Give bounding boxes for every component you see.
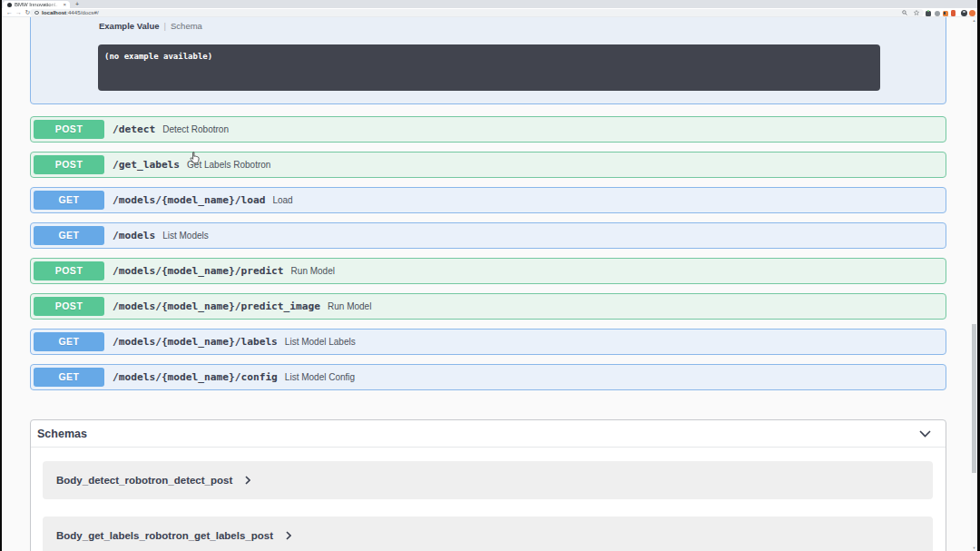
extension-icon-1[interactable] [926, 11, 931, 16]
method-badge: GET [34, 226, 104, 245]
zoom-icon[interactable] [902, 10, 907, 17]
scroll-up-icon[interactable]: ▲ [971, 18, 977, 23]
endpoint-summary: List Model Config [285, 372, 355, 382]
tab-separator: | [164, 21, 166, 31]
endpoint-path: /models/{model_name}/load [113, 194, 265, 206]
endpoint-model-predict-image[interactable]: POST /models/{model_name}/predict_image … [30, 293, 946, 320]
profile-avatar[interactable] [961, 10, 967, 16]
method-badge: POST [34, 155, 104, 174]
endpoint-path: /models [113, 230, 155, 241]
open-operation-block: Example Value|Schema (no example availab… [30, 17, 946, 104]
browser-tab[interactable]: BMW InnovationLab con × [3, 1, 70, 8]
chevron-right-icon [286, 531, 291, 540]
endpoint-path: /detect [113, 123, 155, 135]
schemas-section: Schemas Body_detect_robotron_detect_post… [30, 419, 946, 551]
tab-favicon-icon [7, 3, 12, 7]
operations-list: POST /detect Detect Robotron POST /get_l… [30, 116, 946, 390]
site-info-icon[interactable] [34, 11, 39, 15]
endpoint-summary: Run Model [291, 266, 335, 276]
endpoint-get-labels[interactable]: POST /get_labels Get Labels Robotron [30, 152, 946, 178]
bookmark-star-icon[interactable] [914, 10, 919, 17]
screen: BMW InnovationLab con × + ← → ↻ localhos… [0, 0, 980, 551]
tab-title: BMW InnovationLab con [15, 2, 58, 8]
swagger-page: Example Value|Schema (no example availab… [30, 17, 946, 551]
endpoint-model-config[interactable]: GET /models/{model_name}/config List Mod… [30, 364, 946, 390]
endpoint-summary: Run Model [328, 301, 371, 311]
tab-example-value[interactable]: Example Value [99, 21, 160, 31]
schemas-title: Schemas [37, 428, 919, 440]
new-tab-button[interactable]: + [75, 1, 79, 8]
scroll-down-icon[interactable]: ▼ [971, 546, 977, 550]
endpoint-path: /get_labels [113, 159, 180, 171]
browser-toolbar: ← → ↻ localhost:4445/docs#/ [2, 8, 977, 17]
endpoint-summary: Load [272, 195, 292, 205]
url-text: localhost:4445/docs#/ [42, 9, 99, 16]
chevron-down-icon [919, 430, 931, 438]
endpoint-summary: List Model Labels [285, 337, 356, 347]
endpoint-model-labels[interactable]: GET /models/{model_name}/labels List Mod… [30, 329, 946, 355]
endpoint-path: /models/{model_name}/labels [113, 336, 278, 348]
endpoint-model-load[interactable]: GET /models/{model_name}/load Load [30, 187, 946, 213]
tab-close-icon[interactable]: × [63, 2, 66, 8]
method-badge: POST [34, 297, 104, 316]
extension-icon-4[interactable] [951, 10, 956, 16]
schema-model-detect[interactable]: Body_detect_robotron_detect_post [43, 461, 933, 499]
endpoint-models[interactable]: GET /models List Models [30, 222, 946, 249]
endpoint-model-predict[interactable]: POST /models/{model_name}/predict Run Mo… [30, 258, 946, 284]
example-tabs: Example Value|Schema [99, 21, 202, 31]
scrollbar-thumb[interactable] [972, 324, 976, 473]
extension-icon-3[interactable] [943, 11, 948, 16]
method-badge: POST [34, 261, 104, 280]
mouse-cursor [189, 152, 201, 165]
browser-menu-button[interactable] [969, 10, 975, 16]
address-bar[interactable]: localhost:4445/docs#/ [30, 9, 924, 16]
endpoint-path: /models/{model_name}/predict [113, 265, 284, 277]
tab-strip: BMW InnovationLab con × + [2, 0, 977, 8]
schema-model-title: Body_detect_robotron_detect_post [56, 475, 232, 486]
schema-model-title: Body_get_labels_robotron_get_labels_post [56, 530, 273, 541]
method-badge: GET [34, 332, 104, 351]
back-icon[interactable]: ← [5, 8, 14, 17]
chevron-right-icon [245, 476, 250, 485]
url-host: localhost [42, 9, 66, 15]
endpoint-detect[interactable]: POST /detect Detect Robotron [30, 116, 946, 143]
vertical-scrollbar[interactable]: ▲ ▼ [971, 17, 977, 551]
tab-schema[interactable]: Schema [171, 21, 202, 31]
endpoint-summary: Detect Robotron [162, 124, 229, 134]
method-badge: POST [34, 120, 104, 139]
browser-window: BMW InnovationLab con × + ← → ↻ localhos… [2, 0, 977, 551]
url-path: :4445/docs#/ [66, 9, 98, 15]
example-value-box: (no example available) [98, 44, 880, 91]
method-badge: GET [34, 368, 104, 387]
endpoint-path: /models/{model_name}/predict_image [113, 300, 320, 312]
endpoint-summary: List Models [162, 231, 209, 241]
forward-icon[interactable]: → [15, 8, 23, 17]
extension-icon-2[interactable] [935, 11, 940, 16]
method-badge: GET [34, 191, 104, 210]
schema-model-get-labels[interactable]: Body_get_labels_robotron_get_labels_post [43, 517, 933, 551]
schemas-header[interactable]: Schemas [31, 420, 946, 448]
endpoint-path: /models/{model_name}/config [113, 371, 278, 383]
page-viewport: Example Value|Schema (no example availab… [2, 17, 977, 551]
example-text: (no example available) [104, 52, 212, 61]
